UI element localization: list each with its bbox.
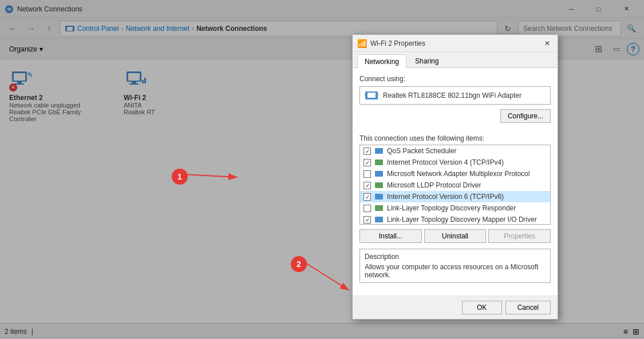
item-checkbox[interactable] [364,159,371,166]
connect-using-label: Connect using: [359,75,551,83]
list-item[interactable]: Internet Protocol Version 6 (TCP/IPv6) [360,191,550,202]
item-icon [374,216,384,223]
svg-rect-18 [375,148,383,154]
tab-networking[interactable]: Networking [357,54,406,68]
items-list-label: This connection uses the following items… [359,134,551,142]
item-checkbox[interactable] [364,170,371,178]
modal-overlay: 📶 Wi-Fi 2 Properties ✕ Networking Sharin… [0,0,644,339]
svg-rect-15 [368,93,376,98]
item-icon [374,205,384,212]
item-icon [374,182,384,189]
list-item[interactable]: Link-Layer Topology Discovery Mapper I/O… [360,214,550,225]
svg-rect-19 [375,159,383,165]
item-icon [374,159,384,166]
item-checkbox[interactable] [364,147,371,155]
item-label: Internet Protocol Version 6 (TCP/IPv6) [387,193,504,201]
list-item[interactable]: Internet Protocol Version 4 (TCP/IPv4) [360,157,550,168]
svg-rect-20 [375,171,383,177]
properties-button[interactable]: Properties [488,229,551,243]
list-item[interactable]: Link-Layer Topology Discovery Responder [360,202,550,214]
item-checkbox[interactable] [364,182,371,189]
cancel-button[interactable]: Cancel [505,301,551,314]
svg-rect-22 [375,194,383,200]
list-item[interactable]: Microsoft LLDP Protocol Driver [360,180,550,191]
dialog-title-text: Wi-Fi 2 Properties [370,39,542,47]
item-checkbox[interactable] [364,205,371,212]
item-label: Microsoft LLDP Protocol Driver [387,181,481,189]
item-icon [374,147,384,154]
list-item[interactable]: Microsoft Network Adapter Multiplexor Pr… [360,168,550,180]
dialog-tabs: Networking Sharing [353,52,558,68]
item-icon [374,170,384,177]
install-button[interactable]: Install... [359,229,422,243]
uninstall-button[interactable]: Uninstall [424,229,487,243]
action-buttons: Install... Uninstall Properties [359,229,551,243]
item-label: Microsoft Network Adapter Multiplexor Pr… [387,170,530,178]
description-text: Allows your computer to access resources… [365,263,546,279]
tab-sharing[interactable]: Sharing [408,54,446,67]
items-list[interactable]: QoS Packet SchedulerInternet Protocol Ve… [359,145,551,225]
item-checkbox[interactable] [364,193,371,201]
description-box: Description Allows your computer to acce… [359,249,551,283]
svg-rect-16 [365,94,367,95]
adapter-icon [365,90,378,101]
dialog-footer: OK Cancel [353,296,558,319]
ok-button[interactable]: OK [462,301,502,314]
svg-rect-17 [376,94,378,95]
adapter-name: Realtek RTL8188CE 802.11bgn WiFi Adapter [383,91,521,99]
item-checkbox[interactable] [364,216,371,224]
configure-button[interactable]: Configure... [500,109,551,123]
item-label: Link-Layer Topology Discovery Responder [387,204,516,212]
item-label: QoS Packet Scheduler [387,147,456,155]
dialog-title-bar: 📶 Wi-Fi 2 Properties ✕ [353,35,558,52]
list-item[interactable]: QoS Packet Scheduler [360,145,550,157]
svg-rect-21 [375,182,383,188]
dialog-body: Connect using: Realtek RTL8188CE 802.11b… [353,68,558,296]
dialog-title-icon: 📶 [357,39,367,48]
wifi-properties-dialog: 📶 Wi-Fi 2 Properties ✕ Networking Sharin… [352,34,558,320]
item-label: Link-Layer Topology Discovery Mapper I/O… [387,216,537,224]
dialog-close-button[interactable]: ✕ [542,38,553,49]
adapter-row: Realtek RTL8188CE 802.11bgn WiFi Adapter [359,86,551,105]
item-label: Internet Protocol Version 4 (TCP/IPv4) [387,158,504,166]
description-title: Description [365,253,546,261]
svg-rect-24 [375,217,383,222]
item-icon [374,193,384,200]
svg-rect-23 [375,205,383,211]
